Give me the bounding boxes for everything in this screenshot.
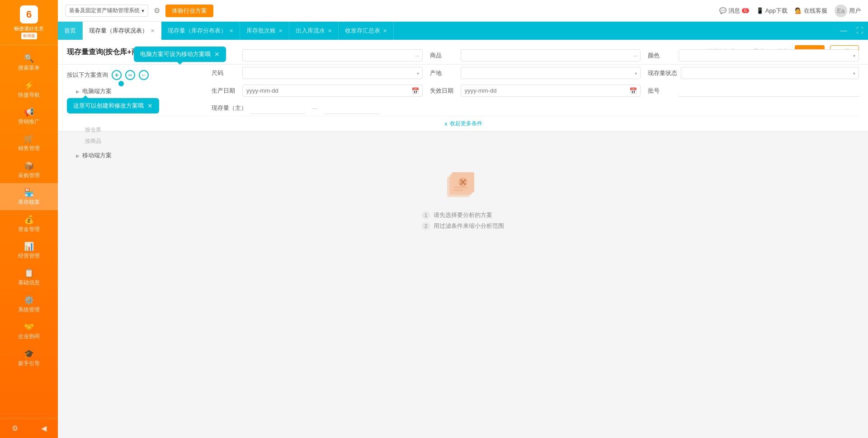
tab-stock-dist-label: 现存量（库存分布表） — [168, 27, 226, 35]
logo-badge: 标准版 — [21, 33, 37, 39]
filter-row-1: 仓库 ··· 商品 ··· 颜色 — [212, 49, 859, 61]
tab-close-icon[interactable]: ✕ — [278, 28, 283, 34]
tooltip2-close[interactable]: ✕ — [147, 102, 153, 109]
user-label: 用户 — [849, 7, 861, 15]
guide-icon: 🎓 — [24, 349, 34, 359]
sidebar-item-guide[interactable]: 🎓 新手引导 — [0, 344, 58, 371]
scheme-tooltip-2: 这里可以创建和修改方案哦 ✕ — [67, 98, 159, 113]
topbar-settings-icon[interactable]: ⚙ — [154, 6, 160, 15]
color-label: 颜色 — [648, 52, 675, 60]
sidebar-item-inventory[interactable]: 🏪 库存核算 — [0, 183, 58, 210]
user-info-btn[interactable]: Ea 用户 — [835, 5, 861, 17]
expire-date-wrap: 📅 — [461, 85, 641, 97]
tab-close-icon[interactable]: ✕ — [383, 28, 387, 34]
scheme-tooltip-1: 电脑方案可设为移动方案哦 ✕ — [134, 47, 226, 62]
arrow-scheme-btn[interactable]: ← — [139, 70, 149, 80]
tab-stock-status[interactable]: 现存量（库存状况表） ✕ — [83, 22, 161, 40]
inventory-icon: 🏪 — [24, 188, 34, 198]
filter-color: 颜色 ▾ — [648, 49, 859, 61]
sidebar-item-label: 销售管理 — [18, 145, 40, 151]
filter-warehouse: 仓库 ··· — [212, 49, 423, 61]
tab-minimize-icon[interactable]: — — [835, 27, 852, 35]
warehouse-input[interactable] — [242, 49, 423, 61]
warehouses-label: 按仓库 — [85, 126, 101, 134]
sidebar-item-finance[interactable]: 💰 资金管理 — [0, 210, 58, 237]
tab-close-icon[interactable]: ✕ — [229, 28, 233, 34]
stock-status-input[interactable] — [681, 67, 859, 79]
quick-nav-icon: ⚡ — [24, 80, 34, 90]
topbar: 装备及固定资产辅助管理系统 ▾ ⚙ 体验行业方案 💬 消息 6 📱 App下载 … — [58, 0, 868, 22]
sidebar-item-search[interactable]: 🔍 搜索菜单 — [0, 49, 58, 75]
sidebar-bottom: ⚙ ◀ — [0, 418, 58, 438]
tab-flow-label: 出入库流水 — [296, 27, 325, 35]
filter-origin: 产地 ▾ — [430, 67, 641, 79]
tab-stock-status-label: 现存量（库存状况表） — [89, 27, 148, 35]
tab-summary[interactable]: 收发存汇总表 ✕ — [339, 22, 394, 40]
logo-icon: 6 — [20, 5, 38, 24]
tab-flow[interactable]: 出入库流水 ✕ — [289, 22, 339, 40]
color-input-wrap: ▾ — [679, 49, 859, 61]
trial-btn[interactable]: 体验行业方案 — [165, 5, 213, 17]
tab-close-icon[interactable]: ✕ — [151, 28, 155, 34]
message-badge: 6 — [742, 8, 749, 13]
app-download-icon: 📱 — [756, 7, 764, 14]
scheme-mobile[interactable]: ▶ 移动端方案 — [76, 150, 859, 161]
tab-close-icon[interactable]: ✕ — [328, 28, 332, 34]
avatar-text: Ea — [837, 7, 844, 14]
sidebar-item-label: 库存核算 — [18, 199, 40, 205]
sidebar-item-operations[interactable]: 📊 经营管理 — [0, 237, 58, 264]
add-scheme-btn[interactable]: + — [112, 70, 122, 80]
empty-steps: 1 请先选择要分析的方案 2 用过滤条件来缩小分析范围 — [422, 211, 504, 233]
sidebar-item-purchase[interactable]: 📦 采购管理 — [0, 156, 58, 183]
tooltip1-close[interactable]: ✕ — [214, 51, 220, 58]
sidebar-item-sales[interactable]: 🛒 销售管理 — [0, 129, 58, 156]
scheme-mobile-label: 移动端方案 — [82, 151, 112, 160]
sidebar-item-marketing[interactable]: 📢 营销推广 — [0, 103, 58, 129]
system-name-label: 装备及固定资产辅助管理系统 — [69, 7, 140, 14]
tab-stock-dist[interactable]: 现存量（库存分布表） ✕ — [161, 22, 240, 40]
sidebar-item-quick-nav[interactable]: ⚡ 快捷导航 — [0, 76, 58, 103]
tab-action-buttons: — ⛶ — [835, 22, 868, 40]
sidebar-item-system[interactable]: ⚙️ 系统管理 — [0, 291, 58, 317]
collapse-sidebar-icon[interactable]: ◀ — [41, 424, 47, 433]
color-input[interactable] — [679, 49, 859, 61]
empty-step-2: 2 用过滤条件来缩小分析范围 — [422, 222, 504, 230]
sidebar-item-label: 快捷导航 — [18, 92, 40, 98]
page-content: 现存量查询(按仓库+商品) 🖨 按模板打印 ▾ ⬆ 导出 ↻ 刷新 查询 设置 — [58, 40, 868, 438]
settings-bottom-icon[interactable]: ⚙ — [12, 424, 18, 433]
produce-date-input[interactable] — [242, 85, 423, 97]
sidebar-item-label: 资金管理 — [18, 226, 40, 232]
system-selector[interactable]: 装备及固定资产辅助管理系统 ▾ — [65, 5, 148, 17]
empty-step-1: 1 请先选择要分析的方案 — [422, 211, 504, 219]
sidebar-item-label: 采购管理 — [18, 172, 40, 179]
online-support-label: 在线客服 — [804, 7, 827, 15]
sidebar-item-label: 基础信息 — [18, 279, 40, 286]
scheme-warehouses[interactable]: 按仓库 — [85, 124, 859, 136]
tab-home[interactable]: 首页 — [58, 22, 83, 40]
app-download-btn[interactable]: 📱 App下载 — [756, 7, 788, 15]
scheme-goods[interactable]: 按商品 — [85, 136, 859, 147]
stock-status-input-wrap: ▾ — [681, 67, 859, 79]
origin-input[interactable] — [461, 67, 641, 79]
tab-batch[interactable]: 库存批次账 ✕ — [240, 22, 289, 40]
tree-arrow-mobile-icon: ▶ — [76, 153, 80, 158]
sales-icon: 🛒 — [24, 134, 34, 144]
expire-date-input[interactable] — [461, 85, 641, 97]
filter-row-2: 尺码 ▾ 产地 ▾ 现存量状态 — [212, 67, 859, 79]
size-input[interactable] — [242, 67, 423, 79]
goods-input[interactable] — [461, 49, 641, 61]
purchase-icon: 📦 — [24, 161, 34, 171]
step-1-text: 请先选择要分析的方案 — [434, 211, 492, 219]
remove-scheme-btn[interactable]: – — [125, 70, 135, 80]
sidebar-item-cooperation[interactable]: 🤝 企业协同 — [0, 317, 58, 344]
operations-icon: 📊 — [24, 241, 34, 251]
search-icon: 🔍 — [24, 53, 34, 63]
logo-text: 畅捷通好生意 — [14, 25, 44, 32]
sidebar-item-basic-info[interactable]: 📋 基础信息 — [0, 264, 58, 290]
online-support-btn[interactable]: 💁 在线客服 — [795, 7, 827, 15]
sidebar-item-label: 经营管理 — [18, 253, 40, 259]
marketing-icon: 📢 — [24, 107, 34, 117]
tab-maximize-icon[interactable]: ⛶ — [852, 27, 868, 35]
message-btn[interactable]: 💬 消息 6 — [719, 7, 749, 15]
scheme-tree: ▶ 电脑端方案 这里可以创建和修改方案哦 ✕ 按仓库 按商品 — [67, 85, 859, 161]
